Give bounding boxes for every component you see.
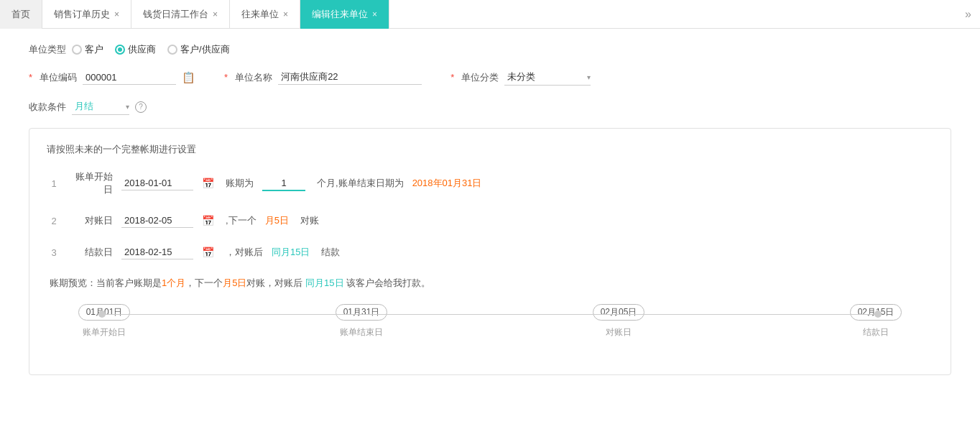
timeline-point-1: 01月01日 账单开始日 — [68, 304, 140, 339]
tab-edit-partner[interactable]: 编辑往来单位 × — [300, 0, 389, 29]
unit-category-star: * — [450, 72, 454, 83]
billing-start-row: 1 账单开始日 📅 账期为 个月,账单结束日期为 2018年01月31日 — [47, 170, 933, 196]
reconcile-desc-after: 对账 — [300, 214, 319, 227]
payment-calendar-icon[interactable]: 📅 — [202, 247, 214, 258]
unit-code-input[interactable] — [83, 70, 176, 85]
tab-edit-partner-label: 编辑往来单位 — [312, 8, 368, 21]
tab-sales-history[interactable]: 销售订单历史 × — [42, 0, 131, 29]
timeline-badge-3: 02月05日 — [593, 304, 645, 321]
tab-edit-partner-close[interactable]: × — [372, 9, 377, 19]
reconcile-desc-before: ,下一个 — [226, 214, 256, 227]
row-num-2: 2 — [47, 216, 61, 226]
unit-code-group: * 单位编码 📋 — [29, 70, 195, 85]
tab-cashflow-label: 钱货日清工作台 — [143, 8, 208, 21]
radio-customer-circle — [72, 45, 82, 55]
settings-panel: 请按照未来的一个完整帐期进行设置 1 账单开始日 📅 账期为 个月,账单结束日期… — [29, 128, 951, 375]
radio-customer-label: 客户 — [85, 43, 103, 56]
preview-p1: 1个月 — [162, 277, 185, 288]
timeline-line — [104, 314, 876, 315]
radio-both[interactable]: 客户/供应商 — [167, 43, 230, 56]
period-prefix: 账期为 — [226, 177, 254, 190]
preview-suffix: 该客户会给我打款。 — [346, 277, 430, 288]
unit-type-row: 单位类型 客户 供应商 客户/供应商 — [29, 43, 951, 56]
preview-mid1: ，下一个 — [185, 277, 223, 288]
payment-terms-row: 收款条件 月结 ▾ ? — [29, 98, 951, 115]
payment-row: 3 结款日 📅 ，对账后同月15日结款 — [47, 245, 933, 259]
tab-partners-label: 往来单位 — [241, 8, 279, 21]
copy-icon[interactable]: 📋 — [182, 71, 195, 84]
timeline-label-4: 结款日 — [863, 326, 889, 339]
tab-cashflow-close[interactable]: × — [213, 9, 218, 19]
billing-start-calendar-icon[interactable]: 📅 — [202, 178, 214, 189]
unit-code-star: * — [29, 72, 32, 83]
timeline-badge-2: 01月31日 — [336, 304, 388, 321]
tab-home[interactable]: 首页 — [0, 0, 42, 29]
reconcile-row: 2 对账日 📅 ,下一个月5日对账 — [47, 213, 933, 228]
panel-title: 请按照未来的一个完整帐期进行设置 — [47, 143, 933, 156]
preview-prefix: 账期预览：当前客户账期是 — [50, 277, 162, 288]
period-input[interactable] — [262, 176, 305, 191]
unit-category-select[interactable]: 未分类 ▾ — [504, 69, 591, 86]
unit-category-label: 单位分类 — [461, 71, 499, 84]
unit-name-star: * — [224, 72, 228, 83]
code-name-row: * 单位编码 📋 * 单位名称 * 单位分类 未分类 ▾ — [29, 69, 951, 86]
unit-code-label: 单位编码 — [40, 71, 77, 84]
payment-day-highlight: 同月15日 — [272, 246, 310, 259]
payment-terms-select[interactable]: 月结 ▾ — [72, 98, 129, 115]
payment-terms-help-icon[interactable]: ? — [135, 101, 147, 113]
reconcile-calendar-icon[interactable]: 📅 — [202, 215, 214, 226]
billing-end-highlight: 2018年01月31日 — [412, 177, 482, 190]
radio-both-label: 客户/供应商 — [180, 43, 230, 56]
row-num-1: 1 — [47, 178, 61, 189]
timeline-point-2: 01月31日 账单结束日 — [325, 304, 397, 339]
timeline-label-1: 账单开始日 — [83, 326, 126, 339]
unit-category-group: * 单位分类 未分类 ▾ — [450, 69, 591, 86]
reconcile-date[interactable] — [121, 213, 193, 228]
unit-category-chevron-icon: ▾ — [587, 73, 591, 81]
reconcile-label: 对账日 — [70, 214, 113, 227]
tab-home-label: 首页 — [11, 8, 30, 21]
preview-p3: 同月15日 — [305, 277, 343, 288]
tab-bar: 首页 销售订单历史 × 钱货日清工作台 × 往来单位 × 编辑往来单位 × » — [0, 0, 980, 29]
tab-partners-close[interactable]: × — [283, 9, 288, 19]
preview-text: 账期预览：当前客户账期是1个月，下一个月5日对账，对账后 同月15日 该客户会给… — [47, 277, 933, 290]
tab-cashflow[interactable]: 钱货日清工作台 × — [131, 0, 230, 29]
timeline-end-dot — [874, 310, 882, 318]
payment-desc-after: 结款 — [321, 246, 340, 259]
radio-both-circle — [167, 45, 177, 55]
payment-label: 结款日 — [70, 246, 113, 259]
timeline-point-4: 02月15日 结款日 — [840, 304, 912, 339]
billing-start-label: 账单开始日 — [70, 170, 113, 196]
row-num-3: 3 — [47, 247, 61, 258]
tab-sales-history-label: 销售订单历史 — [54, 8, 110, 21]
unit-category-value: 未分类 — [504, 69, 584, 85]
unit-type-group: 单位类型 客户 供应商 客户/供应商 — [29, 43, 230, 56]
radio-supplier-label: 供应商 — [128, 43, 156, 56]
payment-date[interactable] — [121, 245, 193, 259]
unit-name-label: 单位名称 — [235, 71, 272, 84]
tab-partners[interactable]: 往来单位 × — [230, 0, 300, 29]
tab-expand-icon[interactable]: » — [956, 8, 980, 21]
preview-mid2: 对账，对账后 — [246, 277, 302, 288]
payment-terms-value: 月结 — [72, 98, 123, 114]
radio-customer[interactable]: 客户 — [72, 43, 103, 56]
timeline-start-dot — [98, 310, 106, 318]
payment-terms-group: 收款条件 月结 ▾ ? — [29, 98, 147, 115]
preview-p2: 月5日 — [223, 277, 246, 288]
timeline-label-2: 账单结束日 — [340, 326, 383, 339]
radio-supplier[interactable]: 供应商 — [115, 43, 156, 56]
unit-type-label: 单位类型 — [29, 43, 66, 56]
payment-desc-before: ，对账后 — [226, 246, 263, 259]
billing-start-date[interactable] — [121, 176, 193, 190]
period-suffix: 个月,账单结束日期为 — [317, 177, 404, 190]
main-content: 单位类型 客户 供应商 客户/供应商 * 单位编码 — [0, 29, 980, 437]
radio-group: 客户 供应商 客户/供应商 — [72, 43, 230, 56]
radio-supplier-circle — [115, 45, 125, 55]
tab-sales-history-close[interactable]: × — [114, 9, 119, 19]
unit-name-group: * 单位名称 — [224, 70, 422, 85]
timeline-point-3: 02月05日 对账日 — [583, 304, 655, 339]
timeline-label-3: 对账日 — [606, 326, 632, 339]
unit-name-input[interactable] — [278, 70, 422, 85]
reconcile-day-highlight: 月5日 — [265, 214, 289, 227]
payment-terms-chevron-icon: ▾ — [126, 103, 129, 111]
